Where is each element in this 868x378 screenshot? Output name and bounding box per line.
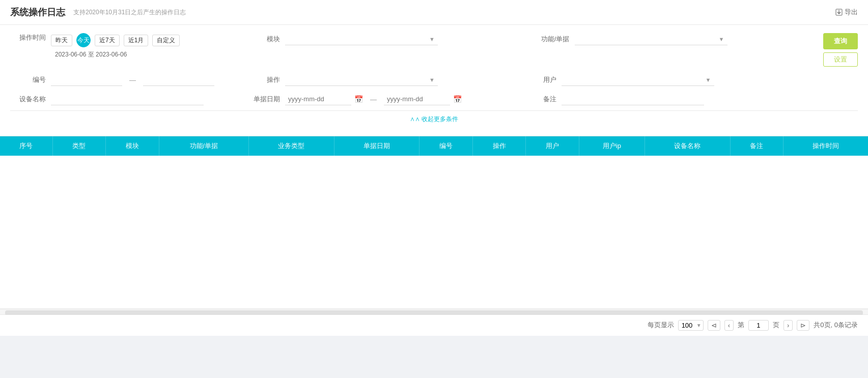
col-number: 编号 [419,136,472,156]
col-user: 用户 [526,136,579,156]
prev-page-button[interactable]: ‹ [724,320,734,331]
col-device: 设备名称 [645,136,730,156]
filter-section: 操作时间 昨天 今天 近7天 近1月 自定义 2023-06-06 至 2023… [0,25,868,136]
table-body [0,156,868,308]
page-label: 第 [738,321,744,330]
time-range-display: 2023-06-06 至 2023-06-06 [55,50,180,59]
calendar-from-icon[interactable]: 📅 [354,95,363,103]
page-title: 系统操作日志 [10,6,65,18]
doc-date-label: 单据日期 [244,95,285,104]
module-label: 模块 [244,35,285,44]
total-info: 共0页, 0条记录 [814,321,858,330]
operation-select[interactable] [285,74,438,85]
yesterday-btn[interactable]: 昨天 [51,35,72,46]
query-button[interactable]: 查询 [823,33,858,49]
doc-date-to-input[interactable] [384,93,450,105]
operation-label: 操作 [244,75,285,84]
device-label: 设备名称 [10,95,51,104]
function-select[interactable] [575,33,727,45]
time-label: 操作时间 [10,33,51,42]
next-page-button[interactable]: › [783,320,793,331]
number-dash: — [125,76,140,84]
col-biz-type: 业务类型 [249,136,334,156]
col-index: 序号 [0,136,52,156]
last1m-btn[interactable]: 近1月 [124,35,149,46]
empty-cell [0,156,868,308]
col-function: 功能/单据 [159,136,248,156]
user-label: 用户 [516,75,562,84]
col-operation: 操作 [472,136,525,156]
page-number-input[interactable] [748,320,769,331]
module-select[interactable] [285,33,438,45]
action-buttons: 查询 设置 [823,33,858,67]
collapse-bar[interactable]: ∧∧ 收起更多条件 [10,110,858,128]
doc-date-from-input[interactable] [285,93,351,105]
horizontal-scrollbar[interactable] [0,309,868,315]
last-page-button[interactable]: ⊳ [797,320,809,331]
user-select-wrapper: ▼ [562,74,714,86]
col-remark: 备注 [730,136,783,156]
function-select-wrapper: ▼ [575,33,727,45]
col-doc-date: 单据日期 [334,136,419,156]
custom-btn[interactable]: 自定义 [152,35,180,46]
settings-button[interactable]: 设置 [823,52,858,67]
module-select-wrapper: ▼ [285,33,438,45]
col-type: 类型 [52,136,105,156]
time-buttons-group: 昨天 今天 近7天 近1月 自定义 [51,33,180,47]
doc-date-group: 📅 — 📅 [285,93,462,105]
remark-label: 备注 [516,95,562,104]
per-page-select[interactable]: 100 50 200 [678,320,704,331]
export-button[interactable]: 导出 [835,8,858,17]
function-label: 功能/单据 [529,35,575,44]
table-header-row: 序号 类型 模块 功能/单据 业务类型 单据日期 编号 操作 用户 用户ip 设… [0,136,868,156]
collapse-icon: ∧∧ [410,115,420,123]
page-unit: 页 [773,321,779,330]
page-subtitle: 支持2020年10月31日之后产生的操作日志 [73,8,186,17]
page-header: 系统操作日志 支持2020年10月31日之后产生的操作日志 导出 [0,0,868,25]
device-input[interactable] [51,93,204,105]
remark-input[interactable] [562,93,704,105]
calendar-to-icon[interactable]: 📅 [453,95,462,103]
export-icon [835,9,843,16]
pagination: 每页显示 100 50 200 ▼ ⊲ ‹ 第 页 › ⊳ 共0页, 0条记录 [0,315,868,336]
number-from-input[interactable] [51,74,122,86]
per-page-label: 每页显示 [648,321,674,330]
operation-select-wrapper: ▼ [285,74,438,86]
today-btn[interactable]: 今天 [76,33,91,47]
first-page-button[interactable]: ⊲ [708,320,720,331]
table-section: 序号 类型 模块 功能/单据 业务类型 单据日期 编号 操作 用户 用户ip 设… [0,136,868,309]
user-select[interactable] [562,74,714,85]
per-page-wrapper: 100 50 200 ▼ [678,320,704,331]
last7-btn[interactable]: 近7天 [95,35,120,46]
doc-date-dash: — [366,96,381,103]
data-table: 序号 类型 模块 功能/单据 业务类型 单据日期 编号 操作 用户 用户ip 设… [0,136,868,309]
collapse-label: 收起更多条件 [422,115,458,123]
col-user-ip: 用户ip [579,136,645,156]
number-label: 编号 [10,75,51,84]
col-op-time: 操作时间 [783,136,868,156]
col-module: 模块 [106,136,159,156]
number-to-input[interactable] [143,74,214,86]
